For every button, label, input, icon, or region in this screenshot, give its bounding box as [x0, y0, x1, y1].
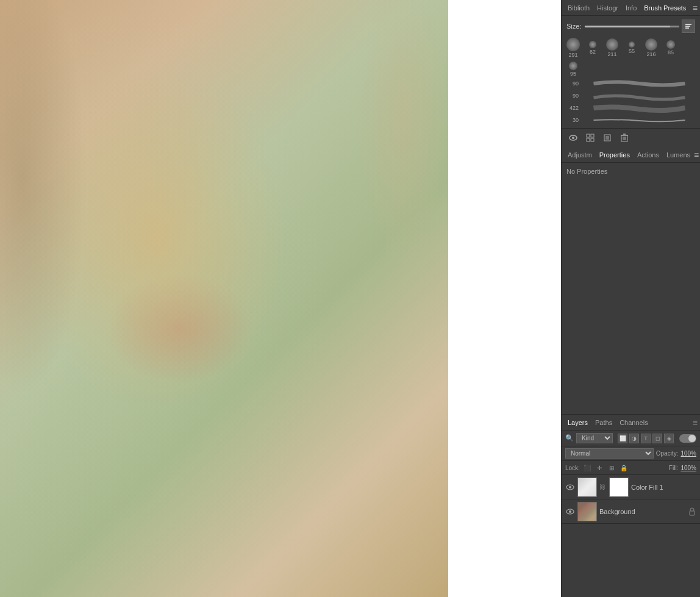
filter-type-icon[interactable]: T [641, 434, 651, 443]
svg-rect-5 [587, 134, 590, 137]
brush-preset-55[interactable]: 55 [623, 38, 641, 58]
panel-expand-btn[interactable] [601, 131, 614, 145]
svg-point-20 [569, 510, 571, 513]
panel-menu-icon[interactable]: ≡ [693, 3, 698, 13]
bg-thumbnail [577, 502, 597, 521]
brush-stroke-422[interactable]: 422 [564, 102, 698, 113]
brush-stroke-30[interactable]: 30 [564, 115, 698, 126]
layer-locked-icon [688, 507, 696, 516]
toggle-knob [688, 435, 696, 442]
panel-grid-btn[interactable] [584, 131, 597, 145]
layers-filter-icons: ⬜ ◑ T ◻ ◈ [618, 434, 674, 443]
search-icon: 🔍 [565, 434, 574, 442]
fill-label: Fill: [669, 465, 679, 471]
brush-size-section: Size: [562, 16, 700, 38]
brush-dot-211 [606, 38, 618, 51]
properties-menu-icon[interactable]: ≡ [694, 150, 699, 160]
layers-menu-icon[interactable]: ≡ [693, 418, 698, 427]
layer-item-background[interactable]: Background [562, 499, 700, 524]
layers-tabs: Layers Paths Channels ≡ [562, 415, 700, 431]
properties-section: Adjustm Properties Actions Lumens ≡ No P… [562, 147, 700, 414]
layer-visibility-bg[interactable] [565, 507, 575, 517]
tab-properties[interactable]: Properties [596, 149, 634, 161]
brush-size-slider[interactable] [585, 26, 679, 27]
brush-preset-85[interactable]: 85 [662, 38, 680, 58]
layer-name-background: Background [599, 508, 685, 515]
svg-rect-7 [587, 138, 590, 141]
opacity-value[interactable]: 100% [680, 450, 696, 457]
brush-size-text-85: 85 [668, 49, 674, 55]
stroke-preview-422 [581, 102, 698, 113]
brush-size-row: Size: [566, 20, 695, 33]
color-fill-thumbnail [577, 477, 597, 497]
brush-size-slider-fill [585, 26, 670, 27]
filter-adjustment-icon[interactable]: ◑ [629, 434, 639, 443]
brush-presets-grid: 291 62 211 55 216 85 95 [562, 38, 700, 77]
lock-position-icon[interactable]: ✛ [595, 463, 604, 473]
brush-dot-85 [666, 40, 675, 49]
lock-label: Lock: [565, 465, 580, 471]
panel-bottom-icons [562, 128, 700, 147]
stroke-size-90-1: 90 [564, 80, 579, 87]
tab-adjustm[interactable]: Adjustm [564, 149, 596, 161]
brush-dot-216 [645, 38, 657, 51]
layer-visibility-color-fill[interactable] [565, 482, 575, 492]
stroke-size-90-2: 90 [564, 93, 579, 99]
svg-rect-8 [591, 138, 594, 141]
filter-pixel-icon[interactable]: ⬜ [618, 434, 627, 443]
tab-actions[interactable]: Actions [634, 149, 663, 161]
stroke-preview-30 [581, 115, 698, 126]
expand-icon [603, 134, 612, 142]
lock-pixels-icon[interactable]: ⬛ [582, 463, 592, 473]
eye-icon-bg [566, 509, 574, 515]
brush-size-text-291: 291 [568, 52, 577, 58]
svg-rect-0 [685, 24, 691, 25]
tab-channels[interactable]: Channels [616, 416, 651, 429]
stroke-preview-90-2 [581, 90, 698, 101]
brush-preset-211[interactable]: 211 [603, 38, 621, 58]
tab-biblioth[interactable]: Biblioth [564, 2, 593, 14]
brush-stroke-90-2[interactable]: 90 [564, 90, 698, 101]
brush-options-icon [685, 23, 692, 30]
filter-smart-icon[interactable]: ◈ [664, 434, 674, 443]
trash-icon [621, 134, 628, 142]
layers-filter-toggle[interactable] [679, 434, 696, 443]
brush-options-btn[interactable] [682, 20, 695, 33]
tab-lumens[interactable]: Lumens [663, 149, 694, 161]
panel-trash-btn[interactable] [618, 131, 631, 145]
layer-name-color-fill: Color Fill 1 [631, 484, 696, 491]
tab-brush-presets[interactable]: Brush Presets [640, 2, 690, 14]
layer-item-color-fill-1[interactable]: ⛓ Color Fill 1 [562, 475, 700, 499]
canvas-area [0, 0, 561, 597]
fill-value[interactable]: 100% [680, 465, 696, 471]
brush-preset-216[interactable]: 216 [642, 38, 660, 58]
brush-preset-62[interactable]: 62 [584, 38, 602, 58]
layer-link-icon: ⛓ [599, 484, 607, 490]
brush-strokes-section: 90 90 422 30 [562, 77, 700, 128]
canvas-image[interactable] [0, 0, 448, 597]
brush-preset-95[interactable]: 95 [564, 59, 582, 77]
brush-size-text-216: 216 [646, 51, 655, 57]
blend-mode-select[interactable]: Normal [565, 448, 654, 459]
tab-info[interactable]: Info [622, 2, 640, 14]
filter-shape-icon[interactable]: ◻ [652, 434, 662, 443]
white-area [448, 0, 561, 597]
panel-eye-btn[interactable] [566, 131, 580, 145]
brush-stroke-90-1[interactable]: 90 [564, 78, 698, 89]
panel-tabs-top: Biblioth Histogr Info Brush Presets ≡ [562, 0, 700, 16]
brush-size-text-62: 62 [590, 49, 596, 55]
lock-all-icon[interactable]: 🔒 [619, 463, 629, 473]
tab-layers[interactable]: Layers [564, 416, 591, 429]
layers-bottom-area [562, 524, 700, 597]
stroke-preview-90-1 [581, 78, 698, 89]
svg-rect-2 [685, 27, 689, 29]
layers-kind-select[interactable]: Kind [576, 433, 613, 443]
layers-lock-row: Lock: ⬛ ✛ ⊞ 🔒 Fill: 100% [562, 461, 700, 475]
svg-rect-21 [690, 511, 695, 515]
lock-artboards-icon[interactable]: ⊞ [607, 463, 616, 473]
padlock-icon [688, 507, 696, 516]
tab-paths[interactable]: Paths [591, 416, 616, 429]
brush-preset-291[interactable]: 291 [564, 38, 582, 58]
tab-histogr[interactable]: Histogr [593, 2, 622, 14]
layers-panel: Layers Paths Channels ≡ 🔍 Kind ⬜ ◑ T ◻ ◈ [562, 414, 700, 597]
